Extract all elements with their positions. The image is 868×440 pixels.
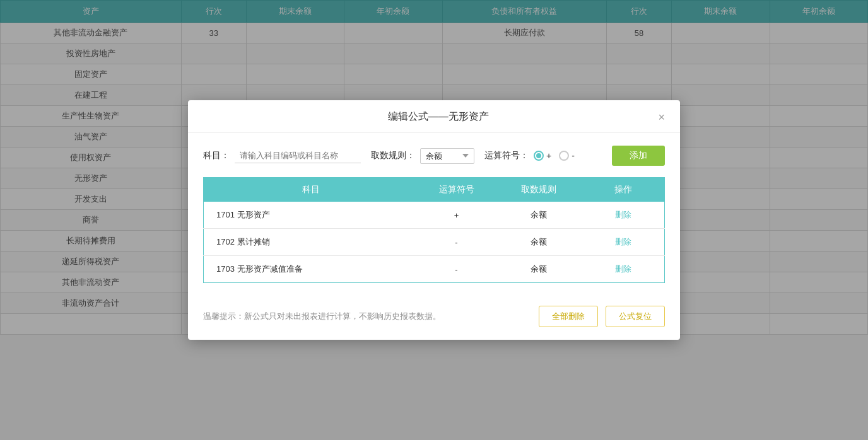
formula-cell-rule: 余额 bbox=[495, 256, 583, 283]
formula-cell-action: 删除 bbox=[583, 229, 665, 256]
radio-plus[interactable]: + bbox=[534, 151, 551, 161]
delete-link[interactable]: 删除 bbox=[615, 237, 631, 246]
operator-label: 运算符号： bbox=[484, 150, 529, 161]
formula-row: 1701 无形资产 + 余额 删除 bbox=[204, 202, 665, 229]
radio-plus-circle bbox=[534, 151, 544, 161]
modal-header: 编辑公式——无形资产 × bbox=[188, 100, 680, 133]
formula-cell-action: 删除 bbox=[583, 256, 665, 283]
modal-body: 科目： 取数规则： 余额 借方 贷方 期初余额 bbox=[188, 133, 680, 296]
form-row: 科目： 取数规则： 余额 借方 贷方 期初余额 bbox=[203, 146, 665, 166]
formula-cell-rule: 余额 bbox=[495, 202, 583, 229]
subject-input[interactable] bbox=[235, 148, 361, 163]
footer-hint: 温馨提示：新公式只对未出报表进行计算，不影响历史报表数据。 bbox=[203, 311, 441, 322]
formula-cell-rule: 余额 bbox=[495, 229, 583, 256]
rule-group: 取数规则： 余额 借方 贷方 期初余额 bbox=[371, 148, 474, 164]
formula-cell-subject: 1703 无形资产减值准备 bbox=[204, 256, 419, 283]
radio-plus-label: + bbox=[546, 151, 551, 161]
rule-select-wrap: 余额 借方 贷方 期初余额 bbox=[420, 148, 474, 164]
reset-button[interactable]: 公式复位 bbox=[606, 306, 665, 327]
modal-dialog: 编辑公式——无形资产 × 科目： 取数规则： 余额 bbox=[188, 100, 680, 340]
delete-link[interactable]: 删除 bbox=[615, 210, 631, 219]
table-header-operator: 运算符号 bbox=[419, 178, 495, 202]
radio-minus-label: - bbox=[572, 151, 575, 161]
formula-cell-action: 删除 bbox=[583, 202, 665, 229]
formula-row: 1702 累计摊销 - 余额 删除 bbox=[204, 229, 665, 256]
formula-cell-operator: - bbox=[419, 256, 495, 283]
modal-close-button[interactable]: × bbox=[658, 112, 665, 123]
radio-minus-circle bbox=[559, 151, 569, 161]
operator-group: 运算符号： + - bbox=[484, 150, 575, 161]
formula-cell-subject: 1701 无形资产 bbox=[204, 202, 419, 229]
formula-cell-operator: - bbox=[419, 229, 495, 256]
radio-minus[interactable]: - bbox=[559, 151, 575, 161]
formula-row: 1703 无形资产减值准备 - 余额 删除 bbox=[204, 256, 665, 283]
formula-cell-operator: + bbox=[419, 202, 495, 229]
add-button[interactable]: 添加 bbox=[612, 146, 665, 166]
formula-cell-subject: 1702 累计摊销 bbox=[204, 229, 419, 256]
page-container: 资产 行次 期末余额 年初余额 负债和所有者权益 行次 期末余额 年初余额 其他… bbox=[0, 0, 868, 440]
modal-title: 编辑公式——无形资产 bbox=[218, 110, 658, 124]
table-header-action: 操作 bbox=[583, 178, 665, 202]
footer-actions: 全部删除 公式复位 bbox=[539, 306, 665, 327]
rule-select[interactable]: 余额 借方 贷方 期初余额 bbox=[420, 148, 474, 164]
table-header-subject: 科目 bbox=[204, 178, 419, 202]
table-header-rule: 取数规则 bbox=[495, 178, 583, 202]
modal-overlay: 编辑公式——无形资产 × 科目： 取数规则： 余额 bbox=[0, 0, 868, 440]
modal-footer: 温馨提示：新公式只对未出报表进行计算，不影响历史报表数据。 全部删除 公式复位 bbox=[188, 296, 680, 340]
radio-group: + - bbox=[534, 151, 575, 161]
subject-label: 科目： bbox=[203, 150, 230, 161]
delete-link[interactable]: 删除 bbox=[615, 264, 631, 274]
subject-group: 科目： bbox=[203, 148, 361, 163]
rule-label: 取数规则： bbox=[371, 150, 415, 161]
formula-table: 科目 运算符号 取数规则 操作 1701 无形资产 + 余额 删除 1702 累… bbox=[203, 177, 665, 283]
delete-all-button[interactable]: 全部删除 bbox=[539, 306, 598, 327]
